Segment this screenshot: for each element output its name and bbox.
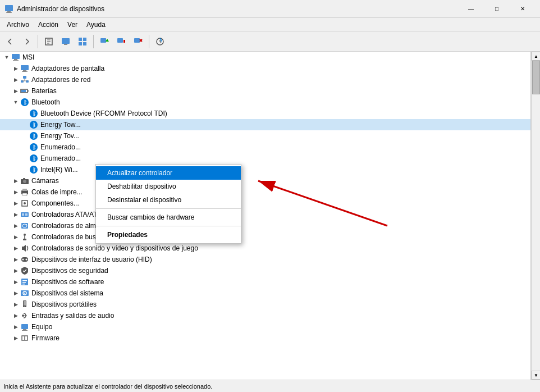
svg-point-62 bbox=[26, 224, 27, 225]
adaptadores-red-label: Adaptadores de red bbox=[31, 76, 90, 84]
system-icon bbox=[20, 289, 29, 298]
portable-icon bbox=[20, 300, 29, 309]
rfcomm-label: Bluetooth Device (RFCOMM Protocol TDI) bbox=[40, 110, 167, 117]
svg-text:ᛒ: ᛒ bbox=[33, 156, 36, 162]
componentes-label: Componentes... bbox=[31, 199, 79, 207]
menu-archivo[interactable]: Archivo bbox=[2, 18, 34, 31]
menu-ayuda[interactable]: Ayuda bbox=[82, 18, 110, 31]
svg-text:ᛒ: ᛒ bbox=[33, 144, 36, 151]
tree-item-baterias[interactable]: ▶ Baterías bbox=[0, 85, 530, 97]
show-hidden-button[interactable] bbox=[58, 34, 74, 49]
tree-item-sonido[interactable]: ▶ Controladoras de sonido y vídeo y disp… bbox=[0, 243, 530, 254]
tree-panel[interactable]: ▼ MSI ▶ Adaptadores de pantalla bbox=[0, 52, 531, 380]
svg-point-63 bbox=[24, 234, 26, 236]
tree-item-rfcomm[interactable]: ▶ ᛒ Bluetooth Device (RFCOMM Protocol TD… bbox=[0, 108, 530, 119]
svg-rect-15 bbox=[117, 38, 123, 43]
back-button[interactable] bbox=[2, 34, 18, 49]
svg-rect-24 bbox=[21, 65, 29, 70]
storage-icon bbox=[20, 221, 29, 230]
tree-item-bluetooth[interactable]: ▼ ᛒ Bluetooth bbox=[0, 97, 530, 108]
toolbar bbox=[0, 31, 540, 52]
menu-ver[interactable]: Ver bbox=[63, 18, 82, 31]
expand-arrow-firmware: ▶ bbox=[11, 334, 20, 343]
ctx-desinstalar[interactable]: Desinstalar el dispositivo bbox=[96, 193, 241, 207]
svg-rect-0 bbox=[5, 5, 13, 11]
tree-item-equipo[interactable]: ▶ Equipo bbox=[0, 321, 530, 332]
expand-arrow-hid: ▶ bbox=[11, 255, 20, 264]
equipo-label: Equipo bbox=[31, 323, 52, 331]
tree-item-bus[interactable]: ▶ Controladoras de bus serie universal bbox=[0, 231, 530, 243]
svg-rect-72 bbox=[22, 282, 26, 283]
disable-button[interactable] bbox=[113, 34, 129, 49]
ctx-separator-1 bbox=[96, 208, 241, 209]
tree-item-componentes[interactable]: ▶ Componentes... bbox=[0, 198, 530, 209]
expand-arrow-sistema: ▶ bbox=[11, 289, 20, 298]
scroll-down-arrow[interactable]: ▼ bbox=[532, 371, 540, 380]
tree-item-adaptadores-pantalla[interactable]: ▶ Adaptadores de pantalla bbox=[0, 63, 530, 74]
expand-arrow-sonido: ▶ bbox=[11, 244, 20, 253]
svg-text:ᛒ: ᛒ bbox=[33, 111, 36, 117]
svg-point-79 bbox=[24, 306, 25, 307]
tree-item-seguridad[interactable]: ▶ Dispositivos de seguridad bbox=[0, 265, 530, 276]
scan-button[interactable] bbox=[152, 34, 168, 49]
tree-item-almacenamiento[interactable]: ▶ Controladoras de almacenamiento bbox=[0, 220, 530, 231]
tree-item-colas[interactable]: ▶ Colas de impre... bbox=[0, 186, 530, 198]
tree-item-camaras[interactable]: ▶ Cámaras bbox=[0, 175, 530, 186]
close-button[interactable]: ✕ bbox=[510, 0, 536, 18]
svg-rect-86 bbox=[22, 336, 24, 340]
tree-item-audio[interactable]: ▶ Entradas y salidas de audio bbox=[0, 310, 530, 321]
tree-item-intel-wi[interactable]: ▶ ᛒ Intel(R) Wi... bbox=[0, 164, 530, 175]
svg-point-69 bbox=[26, 259, 28, 261]
main-area: ▼ MSI ▶ Adaptadores de pantalla bbox=[0, 52, 540, 380]
tree-item-hid[interactable]: ▶ Dispositivos de interfaz de usuario (H… bbox=[0, 254, 530, 265]
scrollbar[interactable]: ▲ ▼ bbox=[531, 52, 540, 380]
svg-rect-53 bbox=[22, 189, 27, 191]
tree-item-enumerado-1[interactable]: ▶ ᛒ Enumerado... bbox=[0, 142, 530, 153]
view-button[interactable] bbox=[75, 34, 90, 49]
svg-rect-27 bbox=[23, 76, 26, 79]
svg-rect-65 bbox=[23, 239, 26, 240]
ctx-buscar-cambios[interactable]: Buscar cambios de hardware bbox=[96, 211, 241, 224]
expand-arrow-colas: ▶ bbox=[11, 188, 20, 197]
tree-item-sistema[interactable]: ▶ Dispositivos del sistema bbox=[0, 288, 530, 299]
bt-device-icon-enum2: ᛒ bbox=[29, 154, 38, 163]
ctx-deshabilitar[interactable]: Deshabilitar dispositivo bbox=[96, 180, 241, 193]
svg-rect-21 bbox=[12, 54, 20, 59]
menu-accion[interactable]: Acción bbox=[34, 18, 63, 31]
tree-item-enumerado-2[interactable]: ▶ ᛒ Enumerado... bbox=[0, 153, 530, 164]
uninstall-button[interactable] bbox=[130, 34, 146, 49]
update-button[interactable] bbox=[97, 34, 112, 49]
sistema-label: Dispositivos del sistema bbox=[31, 289, 103, 297]
ctx-propiedades[interactable]: Propiedades bbox=[96, 228, 241, 241]
ide-icon bbox=[20, 210, 29, 219]
menu-bar: Archivo Acción Ver Ayuda bbox=[0, 18, 540, 31]
expand-arrow-audio: ▶ bbox=[11, 311, 20, 320]
svg-text:ᛒ: ᛒ bbox=[33, 122, 36, 128]
intel-wi-label: Intel(R) Wi... bbox=[40, 166, 78, 174]
expand-arrow-equipo: ▶ bbox=[11, 322, 20, 331]
tree-item-firmware[interactable]: ▶ Firmware bbox=[0, 332, 530, 344]
maximize-button[interactable]: □ bbox=[484, 0, 510, 18]
properties-button[interactable] bbox=[41, 34, 57, 49]
forward-button[interactable] bbox=[19, 34, 35, 49]
scroll-thumb[interactable] bbox=[532, 61, 540, 94]
tree-item-adaptadores-red[interactable]: ▶ Adaptadores de red bbox=[0, 74, 530, 85]
tree-item-software[interactable]: ▶ Dispositivos de software bbox=[0, 276, 530, 288]
usb-icon bbox=[20, 233, 29, 241]
sonido-label: Controladoras de sonido y vídeo y dispos… bbox=[31, 244, 198, 252]
tree-item-energy-tow-2[interactable]: ▶ ᛒ Energy Tov... bbox=[0, 130, 530, 142]
colas-label: Colas de impre... bbox=[31, 188, 83, 196]
tree-root-msi[interactable]: ▼ MSI bbox=[0, 52, 530, 63]
minimize-button[interactable]: — bbox=[458, 0, 484, 18]
ctx-actualizar-controlador[interactable]: Actualizar controlador bbox=[96, 166, 241, 180]
svg-rect-11 bbox=[79, 42, 82, 45]
tree-item-energy-tow-1[interactable]: ▶ ᛒ Energy Tow... bbox=[0, 119, 530, 130]
expand-arrow-bus: ▶ bbox=[11, 233, 20, 241]
tree-item-ata[interactable]: ▶ Controladoras ATA/ATAPI IDE bbox=[0, 209, 530, 220]
scroll-track[interactable] bbox=[532, 61, 540, 371]
tree-item-portables[interactable]: ▶ Dispositivos portátiles bbox=[0, 299, 530, 310]
svg-rect-23 bbox=[13, 60, 19, 61]
scroll-up-arrow[interactable]: ▲ bbox=[532, 52, 540, 61]
toolbar-separator-2 bbox=[93, 35, 94, 48]
svg-marker-66 bbox=[22, 245, 26, 252]
